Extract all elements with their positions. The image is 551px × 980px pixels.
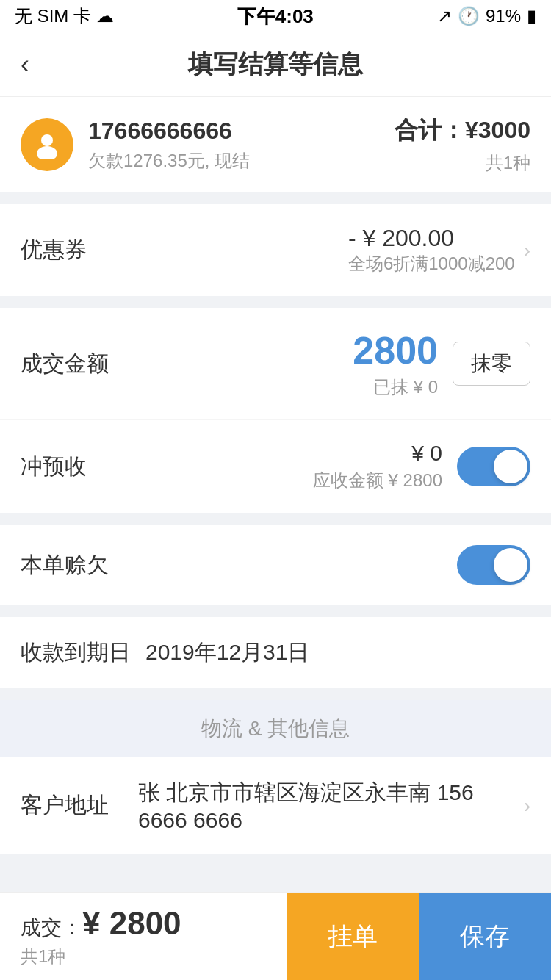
toggle-knob (494, 450, 527, 483)
hang-button[interactable]: 挂单 (287, 893, 419, 981)
bottom-deal-prefix: 成交： (21, 916, 82, 939)
customer-left: 17666666666 欠款1276.35元, 现结 (21, 118, 250, 173)
svg-point-0 (41, 134, 53, 146)
total-sub: 共1种 (395, 151, 530, 175)
page-title: 填写结算等信息 (188, 48, 363, 82)
deal-amount-value-area: 2800 已抹 ¥ 0 (353, 328, 438, 399)
logistics-line-right (364, 729, 530, 729)
logistics-line-left (21, 729, 187, 729)
sim-label: 无 SIM 卡 ☁ (15, 4, 114, 28)
customer-details: 17666666666 欠款1276.35元, 现结 (88, 118, 250, 173)
total-amount: 合计：¥3000 (395, 115, 530, 147)
customer-sub: 欠款1276.35元, 现结 (88, 149, 250, 173)
coupon-right: - ¥ 200.00 全场6折满1000减200 › (348, 225, 530, 275)
coupon-desc: 全场6折满1000减200 (348, 252, 515, 275)
back-button[interactable]: ‹ (21, 49, 29, 80)
deal-amount-value: 2800 (353, 328, 438, 372)
prepay-label: 冲预收 (21, 452, 87, 482)
logistics-label: 物流 & 其他信息 (201, 715, 350, 743)
prepay-sub: 应收金额 ¥ 2800 (313, 469, 442, 492)
status-time: 下午4:03 (237, 4, 314, 29)
deal-amount-section: 成交金额 2800 已抹 ¥ 0 抹零 冲预收 ¥ 0 应收金额 ¥ 2800 (0, 308, 551, 513)
debt-row: 本单赊欠 (0, 525, 551, 605)
due-date-label: 收款到期日 (21, 638, 131, 668)
prepay-amount: ¥ 0 (313, 441, 442, 466)
bottom-deal-sub: 共1种 (21, 945, 266, 968)
prepay-right: ¥ 0 应收金额 ¥ 2800 (313, 441, 530, 492)
status-bar: 无 SIM 卡 ☁ 下午4:03 ↗ 🕐 91% ▮ (0, 0, 551, 32)
deal-amount-erased: 已抹 ¥ 0 (353, 375, 438, 399)
battery-label: 91% (486, 6, 521, 26)
save-button[interactable]: 保存 (419, 893, 551, 981)
deal-amount-label: 成交金额 (21, 349, 109, 379)
nav-bar: ‹ 填写结算等信息 (0, 32, 551, 97)
coupon-discount-area: - ¥ 200.00 全场6折满1000减200 (348, 225, 515, 275)
clock-icon: 🕐 (458, 6, 480, 26)
customer-phone: 17666666666 (88, 118, 250, 145)
prepay-row: 冲预收 ¥ 0 应收金额 ¥ 2800 (0, 420, 551, 513)
due-date-row: 收款到期日 2019年12月31日 (0, 617, 551, 688)
bottom-bar: 成交：¥ 2800 共1种 挂单 保存 (0, 892, 551, 980)
status-right: ↗ 🕐 91% ▮ (437, 6, 536, 26)
coupon-discount: - ¥ 200.00 (348, 225, 515, 252)
due-date-value: 2019年12月31日 (145, 638, 309, 668)
coupon-row[interactable]: 优惠券 - ¥ 200.00 全场6折满1000减200 › (0, 204, 551, 296)
chevron-right-icon: › (524, 239, 530, 262)
logistics-header: 物流 & 其他信息 (0, 700, 551, 757)
location-icon: ↗ (437, 6, 452, 26)
customer-right: 合计：¥3000 共1种 (395, 115, 530, 175)
coupon-label: 优惠券 (21, 235, 87, 265)
bottom-deal-line: 成交：¥ 2800 (21, 905, 266, 942)
prepay-amount-area: ¥ 0 应收金额 ¥ 2800 (313, 441, 442, 492)
deal-amount-right: 2800 已抹 ¥ 0 抹零 (353, 328, 530, 399)
debt-toggle-knob (494, 548, 527, 582)
deal-amount-row: 成交金额 2800 已抹 ¥ 0 抹零 (0, 308, 551, 420)
battery-icon: ▮ (527, 6, 536, 26)
avatar (21, 118, 73, 171)
address-label: 客户地址 (21, 790, 109, 821)
bottom-deal-amount: ¥ 2800 (82, 905, 181, 941)
customer-info-card: 17666666666 欠款1276.35元, 现结 合计：¥3000 共1种 (0, 97, 551, 192)
prepay-toggle[interactable] (457, 447, 530, 486)
status-left: 无 SIM 卡 ☁ (15, 4, 114, 28)
debt-label: 本单赊欠 (21, 550, 109, 580)
address-value: 张 北京市市辖区海淀区永丰南 156 6666 6666 (138, 778, 509, 833)
svg-point-1 (37, 146, 57, 159)
erase-zero-button[interactable]: 抹零 (453, 342, 530, 386)
address-chevron-icon: › (524, 794, 530, 818)
address-row[interactable]: 客户地址 张 北京市市辖区海淀区永丰南 156 6666 6666 › (0, 757, 551, 854)
bottom-summary: 成交：¥ 2800 共1种 (0, 905, 287, 968)
debt-toggle[interactable] (457, 545, 530, 585)
